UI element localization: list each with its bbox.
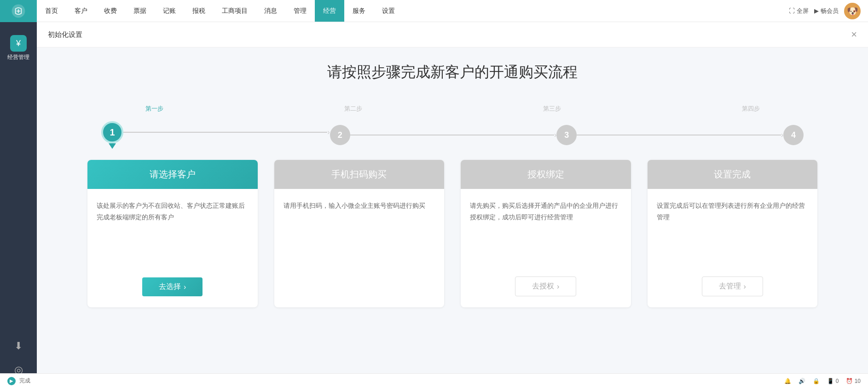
nav-customer[interactable]: 客户	[66, 0, 96, 22]
vip-label: 畅会员	[821, 7, 839, 15]
card-4-btn[interactable]: 去管理 ›	[702, 276, 763, 296]
nav-account[interactable]: 记账	[155, 0, 184, 22]
logo	[0, 0, 37, 22]
card-4-footer: 去管理 ›	[648, 269, 818, 307]
status-text: 完成	[19, 377, 30, 385]
step-2-circle-wrap: 2	[330, 125, 350, 145]
fullscreen-icon: ⛶	[789, 7, 795, 14]
sidebar: ¥ 经营管理 ⬇ ◎	[0, 22, 37, 388]
step-3-label: 第三步	[543, 105, 561, 113]
step-1-arrow	[109, 143, 116, 149]
step-1-circle-wrap: 1	[101, 121, 123, 149]
avatar[interactable]: 🐶	[844, 3, 861, 19]
card-4: 设置完成 设置完成后可以在管理列表进行所有企业用户的经营管理 去管理 ›	[648, 160, 818, 307]
operation-icon: ¥	[10, 35, 27, 52]
connector-2: ›	[350, 131, 557, 139]
nav-bill[interactable]: 票据	[125, 0, 155, 22]
step-3-col: 第三步	[490, 105, 614, 118]
card-3-header: 授权绑定	[461, 160, 631, 189]
card-1-footer: 去选择 ›	[87, 270, 258, 307]
nav-service[interactable]: 服务	[344, 0, 374, 22]
fullscreen-btn[interactable]: ⛶ 全屏	[789, 7, 809, 15]
sub-header: 初始化设置 ×	[37, 22, 868, 47]
sidebar-item-label: 经营管理	[7, 53, 29, 61]
card-4-btn-arrow: ›	[744, 282, 746, 291]
card-3-btn[interactable]: 去授权 ›	[515, 276, 576, 296]
status-bar-right: 🔔 🔊 🔒 📱 0 ⏰ 10	[784, 378, 861, 384]
card-3: 授权绑定 请先购买，购买后选择开通的产品中的企业用户进行授权绑定，成功后即可进行…	[461, 160, 631, 307]
card-1-body: 该处展示的客户为不在回收站、客户状态正常建账后完成老板端绑定的所有客户	[87, 189, 258, 270]
sidebar-item-operation[interactable]: ¥ 经营管理	[0, 29, 37, 67]
nav-message[interactable]: 消息	[256, 0, 285, 22]
nav-operation[interactable]: 经营	[315, 0, 344, 22]
nav-business[interactable]: 工商项目	[214, 0, 256, 22]
nav-items: 首页 客户 收费 票据 记账 报税 工商项目 消息 管理 经营 服务 设置	[37, 0, 789, 22]
card-2: 手机扫码购买 请用手机扫码，输入小微企业主账号密码进行购买	[274, 160, 445, 307]
top-navigation: 首页 客户 收费 票据 记账 报税 工商项目 消息 管理 经营 服务 设置 ⛶ …	[0, 0, 868, 22]
card-4-header: 设置完成	[648, 160, 818, 189]
close-button[interactable]: ×	[851, 29, 857, 40]
main-content: 初始化设置 × 请按照步骤完成新客户的开通购买流程 第一步 第二步 第三步 第四…	[37, 22, 868, 373]
card-3-footer: 去授权 ›	[461, 269, 631, 307]
cards-container: 请选择客户 该处展示的客户为不在回收站、客户状态正常建账后完成老板端绑定的所有客…	[55, 160, 850, 307]
notification-icon: 🔔	[784, 378, 791, 384]
play-button[interactable]: ▶	[7, 377, 16, 385]
nav-settings[interactable]: 设置	[374, 0, 403, 22]
vip-btn[interactable]: ▶ 畅会员	[814, 7, 839, 15]
card-1-header: 请选择客户	[87, 160, 258, 189]
card-2-footer	[274, 289, 445, 307]
step-2-col: 第二步	[291, 105, 415, 118]
step-4-col: 第四步	[689, 105, 813, 118]
step-4-label: 第四步	[742, 105, 760, 113]
card-3-body: 请先购买，购买后选择开通的产品中的企业用户进行授权绑定，成功后即可进行经营管理	[461, 189, 631, 269]
nav-home[interactable]: 首页	[37, 0, 66, 22]
time-status: ⏰ 10	[846, 378, 861, 384]
step-3-circle-wrap: 3	[556, 125, 577, 145]
vip-icon: ▶	[814, 7, 819, 14]
sub-header-title: 初始化设置	[48, 30, 82, 39]
fullscreen-label: 全屏	[797, 7, 809, 15]
card-2-header: 手机扫码购买	[274, 160, 445, 189]
connector-1: ›	[123, 128, 330, 136]
nav-fee[interactable]: 收费	[96, 0, 125, 22]
step-2-circle: 2	[330, 125, 350, 145]
phone-status: 📱 0	[827, 378, 839, 384]
connector-3: ›	[577, 131, 783, 139]
lock-icon: 🔒	[813, 378, 820, 384]
step-4-circle: 4	[783, 125, 804, 145]
content-area: 请按照步骤完成新客户的开通购买流程 第一步 第二步 第三步 第四步	[37, 47, 868, 318]
steps-circles: 1 › 2 ›	[55, 121, 850, 149]
volume-icon: 🔊	[799, 378, 805, 384]
card-2-body: 请用手机扫码，输入小微企业主账号密码进行购买	[274, 189, 445, 289]
status-bar: ▶ 完成 🔔 🔊 🔒 📱 0 ⏰ 10	[0, 373, 868, 388]
steps-labels: 第一步 第二步 第三步 第四步	[55, 105, 850, 118]
step-4-circle-wrap: 4	[783, 125, 804, 145]
step-1-col: 第一步	[92, 105, 216, 118]
nav-tax[interactable]: 报税	[184, 0, 214, 22]
nav-manage[interactable]: 管理	[285, 0, 315, 22]
step-1-label: 第一步	[145, 105, 163, 113]
step-2-label: 第二步	[344, 105, 362, 113]
download-icon: ⬇	[14, 340, 23, 352]
card-1-btn-arrow: ›	[184, 283, 186, 291]
status-bar-left: ▶ 完成	[7, 377, 30, 385]
page-title: 请按照步骤完成新客户的开通购买流程	[55, 62, 850, 82]
step-1-circle: 1	[101, 121, 123, 143]
card-3-btn-arrow: ›	[557, 282, 559, 291]
card-1-btn[interactable]: 去选择 ›	[142, 277, 203, 296]
card-4-body: 设置完成后可以在管理列表进行所有企业用户的经营管理	[648, 189, 818, 269]
sidebar-download[interactable]: ⬇	[11, 336, 26, 357]
step-3-circle: 3	[556, 125, 577, 145]
nav-right: ⛶ 全屏 ▶ 畅会员 🐶	[789, 3, 868, 19]
card-1: 请选择客户 该处展示的客户为不在回收站、客户状态正常建账后完成老板端绑定的所有客…	[87, 160, 258, 307]
